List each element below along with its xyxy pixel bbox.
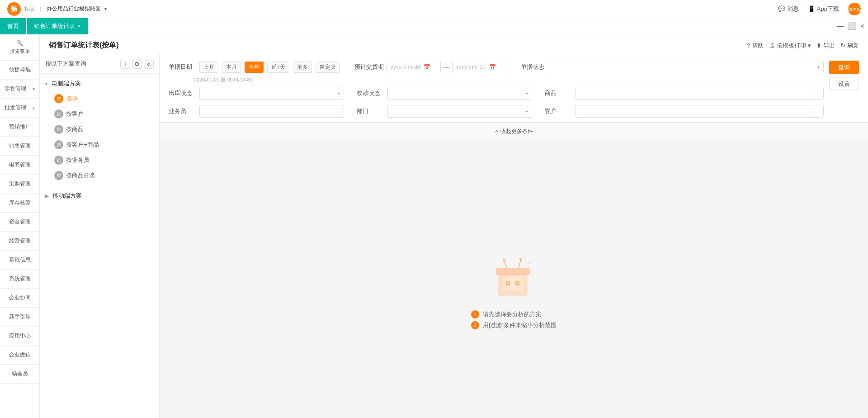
- left-panel-header: 按以下方案查询 + ⚙ «: [40, 54, 159, 74]
- goods-select[interactable]: ···: [576, 87, 824, 100]
- tree-parent-mobile[interactable]: ▶ 移动端方案: [40, 189, 159, 203]
- sidebar-search-label: 搜索菜单: [10, 48, 30, 55]
- tree-icon-by-customer-goods: 按: [54, 140, 63, 149]
- add-scheme-btn[interactable]: +: [120, 59, 130, 69]
- tab-close-icon[interactable]: ×: [78, 24, 80, 28]
- salesperson-select[interactable]: ···: [199, 105, 344, 118]
- date-range-display: 2023-01-01 至 2023-12-31: [194, 76, 824, 83]
- template-print-btn[interactable]: 🖨 按模板打印 ▾: [769, 42, 811, 50]
- date-btn-more[interactable]: 更多: [293, 62, 312, 73]
- date-btn-this-year[interactable]: 本年: [245, 62, 264, 73]
- collection-status-label: 收款状态: [357, 89, 382, 97]
- tree-child-by-goods-category[interactable]: 按 按商品分类: [40, 168, 159, 183]
- sidebar-wholesale-label: 批发管理: [5, 104, 26, 112]
- content-area: 销售订单统计表(按单) ? 帮助 🖨 按模板打印 ▾ ⬆ 导出 ↻ 刷新: [40, 34, 868, 418]
- delivery-status-select[interactable]: ▾: [199, 87, 344, 100]
- tree-child-by-customer[interactable]: 按 按客户: [40, 106, 159, 122]
- sidebar-purchase[interactable]: 采购管理: [0, 175, 39, 194]
- refresh-btn[interactable]: ↻ 刷新: [840, 42, 859, 50]
- empty-tip-2: 2 用[过滤]条件来缩小分析范围: [471, 321, 557, 329]
- date-btn-custom[interactable]: 自定义: [316, 62, 340, 73]
- sidebar-finance[interactable]: 资金管理: [0, 213, 39, 232]
- help-icon: ?: [747, 42, 750, 49]
- empty-state: ✦ ✦ 1 请先选择要分析的方案 2: [160, 140, 868, 418]
- content-inner: 按以下方案查询 + ⚙ « ▾: [40, 54, 868, 418]
- sidebar-enterprise-wechat[interactable]: 企业微信: [0, 346, 39, 365]
- settings-scheme-btn[interactable]: ⚙: [132, 59, 142, 69]
- tree-child-by-goods[interactable]: 按 按商品: [40, 122, 159, 137]
- goods-more-icon[interactable]: ···: [815, 90, 820, 97]
- app-download-btn[interactable]: 📱 App下载: [808, 5, 839, 13]
- sidebar-inventory[interactable]: 库存核算: [0, 194, 39, 213]
- tree-child-by-customer-goods[interactable]: 按 按客户+商品: [40, 137, 159, 152]
- sidebar-wholesale-mgmt[interactable]: 批发管理 ▴: [0, 99, 39, 118]
- filter-row-1: 单据日期 上月 本月 本年: [169, 61, 824, 73]
- window-minimize-icon[interactable]: —: [837, 22, 844, 30]
- tree-parent-pc-label: 电脑端方案: [52, 80, 81, 88]
- bill-date-label: 单据日期: [169, 63, 194, 71]
- tab-home[interactable]: 首页: [0, 18, 27, 34]
- collapse-left-btn[interactable]: «: [144, 59, 154, 69]
- sidebar-new-guide[interactable]: 新手引导: [0, 308, 39, 327]
- sidebar-app-center[interactable]: 应用中心: [0, 327, 39, 346]
- sidebar-quick-nav[interactable]: 快捷导航: [0, 61, 39, 80]
- collection-status-select[interactable]: ▾: [387, 87, 532, 100]
- tab-sales-order-stat[interactable]: 销售订单统计表 ×: [27, 18, 88, 34]
- window-close-icon[interactable]: ×: [860, 22, 864, 30]
- sidebar-finance-label: 资金管理: [9, 218, 31, 226]
- date-start-placeholder: yyyy-mm-dd: [391, 64, 420, 70]
- sidebar-vip-member[interactable]: 畅会员: [0, 365, 39, 384]
- sidebar-ecommerce-label: 电商管理: [9, 161, 31, 169]
- settings-button[interactable]: 设置: [829, 77, 859, 90]
- sidebar-marketing-label: 营销推广: [9, 123, 31, 131]
- plus-icon: +: [123, 61, 127, 67]
- bill-status-arrow-icon: ▾: [817, 65, 820, 70]
- sidebar-retail-mgmt[interactable]: 零售管理 ▾: [0, 80, 39, 99]
- export-icon: ⬆: [816, 42, 821, 49]
- help-btn[interactable]: ? 帮助: [747, 42, 764, 50]
- filter-actions-col: 查询 设置: [829, 61, 859, 90]
- expected-delivery-start-input[interactable]: yyyy-mm-dd 📅: [387, 61, 441, 73]
- sidebar-ecommerce[interactable]: 电商管理: [0, 156, 39, 175]
- sidebar-search-menu[interactable]: 🔍 搜索菜单: [0, 34, 39, 61]
- query-button[interactable]: 查询: [829, 61, 859, 74]
- tree-parent-pc[interactable]: ▾ 电脑端方案: [40, 76, 159, 91]
- sidebar: 🔍 搜索菜单 快捷导航 零售管理 ▾ 批发管理 ▴ 营销推广 销售管理 电商管理…: [0, 34, 40, 418]
- dropdown-arrow-icon[interactable]: ▾: [104, 6, 107, 11]
- sidebar-vip-label: 畅会员: [12, 370, 28, 378]
- user-menu[interactable]: demo2: [848, 3, 861, 15]
- export-btn[interactable]: ⬆ 导出: [816, 42, 835, 50]
- bill-status-select[interactable]: ▾: [549, 61, 824, 73]
- sidebar-sales-mgmt[interactable]: 销售管理: [0, 137, 39, 156]
- sidebar-marketing[interactable]: 营销推广: [0, 118, 39, 137]
- sidebar-purchase-label: 采购管理: [9, 180, 31, 188]
- main-layout: 🔍 搜索菜单 快捷导航 零售管理 ▾ 批发管理 ▴ 营销推广 销售管理 电商管理…: [0, 34, 868, 418]
- date-btn-last-month[interactable]: 上月: [199, 62, 218, 73]
- customer-more-icon[interactable]: ···: [815, 108, 820, 115]
- refresh-icon: ↻: [840, 42, 845, 49]
- right-filter: 单据日期 上月 本月 本年: [160, 54, 868, 123]
- sidebar-sales-label: 销售管理: [9, 142, 31, 150]
- collapse-bar[interactable]: ∧ 收起更多条件: [160, 123, 868, 140]
- svg-rect-2: [503, 277, 523, 290]
- salesperson-more-icon[interactable]: ···: [335, 108, 340, 115]
- tree-child-by-order[interactable]: 按 按单: [40, 91, 159, 106]
- date-btn-last-7days[interactable]: 近7天: [267, 62, 289, 73]
- department-select[interactable]: ▾: [387, 105, 532, 118]
- sidebar-enterprise-collab[interactable]: 企业协同: [0, 289, 39, 308]
- customer-select[interactable]: ···: [576, 105, 824, 118]
- date-btn-this-month[interactable]: 本月: [222, 62, 241, 73]
- right-panel: 单据日期 上月 本月 本年: [160, 54, 868, 418]
- sidebar-operations[interactable]: 经营管理: [0, 232, 39, 251]
- gear-icon: ⚙: [134, 61, 140, 67]
- customer-label: 客户: [545, 107, 570, 115]
- salesperson-label: 业务员: [169, 107, 194, 115]
- window-restore-icon[interactable]: ⬜: [848, 22, 857, 30]
- expected-delivery-end-input[interactable]: yyyy-mm-dd 📅: [452, 61, 506, 73]
- message-btn[interactable]: 💬 消息: [778, 5, 799, 13]
- sidebar-system-mgmt[interactable]: 系统管理: [0, 270, 39, 289]
- tree-section-pc: ▾ 电脑端方案 按 按单 按 按客户: [40, 74, 159, 186]
- dropdown-title[interactable]: 办公用品行业模拟账套: [47, 5, 101, 13]
- sidebar-basic-info[interactable]: 基础信息: [0, 251, 39, 270]
- tree-child-by-salesperson[interactable]: 按 按业务员: [40, 152, 159, 168]
